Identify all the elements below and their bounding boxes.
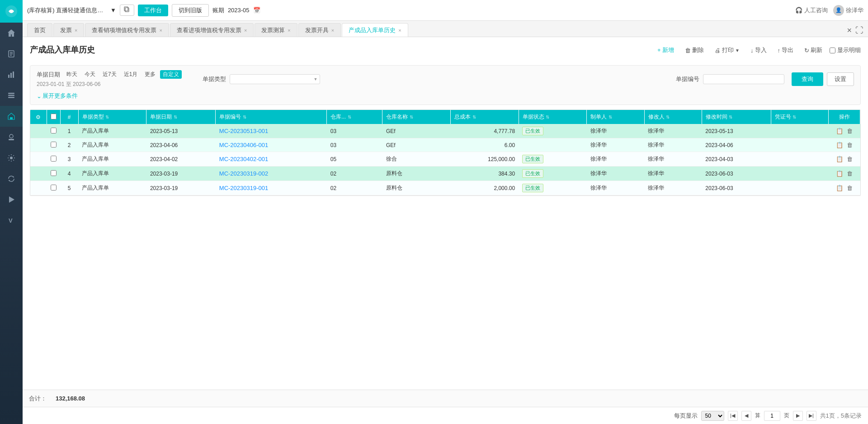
last-page-btn[interactable]: ▶| (807, 411, 816, 421)
tab-purchase-vat-close[interactable]: × (244, 28, 247, 33)
th-settings[interactable]: ⚙ (30, 110, 47, 124)
tab-close-all-btn[interactable]: × (847, 26, 852, 35)
tab-invoice-calc-close[interactable]: × (288, 28, 290, 33)
row-edit-icon-3[interactable]: 📋 (836, 170, 843, 177)
shortcut-1month[interactable]: 近1月 (121, 70, 141, 79)
refresh-button[interactable]: ↻ 刷新 (801, 44, 826, 56)
sidebar-item-list[interactable] (0, 85, 23, 106)
tab-home[interactable]: 首页 (27, 23, 52, 37)
row-checkbox-0[interactable] (47, 124, 60, 138)
show-detail-checkbox-wrap[interactable]: 显示明细 (830, 46, 861, 54)
th-type[interactable]: 单据类型 ⇅ (78, 110, 146, 124)
sidebar-item-chart[interactable] (0, 64, 23, 85)
row-wname-3: 原料仓 (382, 167, 451, 181)
row-delete-icon-0[interactable]: 🗑 (847, 128, 853, 134)
sidebar-item-play[interactable] (0, 189, 23, 210)
th-total-cost[interactable]: 总成本 ⇅ (451, 110, 519, 124)
row-number-link-2[interactable]: MC-20230402-001 (219, 156, 268, 162)
row-number-4[interactable]: MC-20230319-001 (216, 181, 327, 195)
row-number-link-1[interactable]: MC-20230406-001 (219, 142, 268, 148)
row-number-0[interactable]: MC-20230513-001 (216, 124, 327, 138)
row-delete-icon-1[interactable]: 🗑 (847, 142, 853, 148)
copy-icon-btn[interactable] (120, 5, 134, 16)
sidebar-item-warehouse[interactable] (0, 106, 23, 127)
tab-sales-vat-close[interactable]: × (159, 28, 162, 33)
user-menu[interactable]: 👤 徐泽华 (833, 5, 863, 16)
th-warehouse-name[interactable]: 仓库名称 ⇅ (382, 110, 451, 124)
row-checkbox-1[interactable] (47, 138, 60, 152)
expand-filter-btn[interactable]: ⌄ 展开更多条件 (37, 92, 78, 100)
row-checkbox-3[interactable] (47, 167, 60, 181)
row-number-link-4[interactable]: MC-20230319-001 (219, 185, 268, 191)
help-button[interactable]: 🎧 人工咨询 (795, 6, 828, 14)
row-number-link-3[interactable]: MC-20230319-002 (219, 170, 268, 177)
tab-purchase-vat[interactable]: 查看进项增值税专用发票 × (170, 23, 254, 37)
shortcut-yesterday[interactable]: 昨天 (64, 70, 80, 79)
shortcut-custom[interactable]: 自定义 (160, 70, 182, 79)
row-number-link-0[interactable]: MC-20230513-001 (219, 128, 268, 134)
set-button[interactable]: 设置 (827, 72, 854, 86)
tab-expand-btn[interactable]: ⛶ (855, 26, 863, 35)
delete-button[interactable]: 🗑 删除 (681, 44, 708, 56)
sidebar-item-stamp[interactable] (0, 127, 23, 148)
page-number-input[interactable] (764, 411, 780, 421)
tab-invoice-calc[interactable]: 发票测算 × (255, 23, 297, 37)
shortcut-more[interactable]: 更多 (142, 70, 158, 79)
tab-invoice[interactable]: 发票 × (53, 23, 84, 37)
shortcut-today[interactable]: 今天 (82, 70, 98, 79)
row-number-2[interactable]: MC-20230402-001 (216, 152, 327, 167)
th-status[interactable]: 单据状态 ⇅ (519, 110, 587, 124)
period-selector[interactable]: 账期 2023-05 📅 (212, 6, 260, 14)
shortcut-7days[interactable]: 近7天 (100, 70, 119, 79)
row-number-1[interactable]: MC-20230406-001 (216, 138, 327, 152)
sidebar-item-settings[interactable] (0, 148, 23, 168)
sidebar-item-refresh[interactable] (0, 168, 23, 189)
row-delete-icon-4[interactable]: 🗑 (847, 185, 853, 191)
th-date[interactable]: 单据日期 ⇅ (146, 110, 216, 124)
prev-page-btn[interactable]: ◀ (741, 411, 751, 421)
query-button[interactable]: 查询 (792, 72, 823, 86)
company-dropdown-icon[interactable]: ▼ (110, 7, 116, 14)
row-checkbox-2[interactable] (47, 152, 60, 167)
row-delete-icon-3[interactable]: 🗑 (847, 170, 853, 177)
th-creator[interactable]: 制单人 ⇅ (587, 110, 644, 124)
th-warehouse-code[interactable]: 仓库... ⇅ (327, 110, 382, 124)
show-detail-checkbox[interactable] (830, 48, 835, 53)
th-modifier[interactable]: 修改人 ⇅ (644, 110, 702, 124)
filter-number-input[interactable] (703, 74, 784, 84)
sidebar-item-v[interactable]: V (0, 210, 23, 231)
row-delete-icon-2[interactable]: 🗑 (847, 156, 853, 162)
row-number-3[interactable]: MC-20230319-002 (216, 167, 327, 181)
row-checkbox-4[interactable] (47, 181, 60, 195)
tab-invoice-close[interactable]: × (75, 28, 77, 33)
sidebar-item-invoice[interactable] (0, 43, 23, 64)
next-page-btn[interactable]: ▶ (793, 411, 803, 421)
company-selector[interactable]: (库存核算) 直播轻捷通信息技术股份... ▼ (27, 6, 116, 14)
workbench-button[interactable]: 工作台 (138, 5, 168, 16)
switch-version-button[interactable]: 切到旧版 (172, 4, 209, 17)
th-number[interactable]: 单据编号 ⇅ (216, 110, 327, 124)
row-edit-icon-4[interactable]: 📋 (836, 185, 843, 191)
row-edit-icon-2[interactable]: 📋 (836, 156, 843, 162)
th-voucher[interactable]: 凭证号 ⇅ (771, 110, 828, 124)
sidebar-item-home[interactable] (0, 23, 23, 43)
row-edit-icon-0[interactable]: 📋 (836, 128, 843, 134)
select-all-checkbox[interactable] (51, 114, 57, 119)
th-modify-time[interactable]: 修改时间 ⇅ (702, 110, 771, 124)
th-checkbox[interactable] (47, 110, 60, 124)
new-button[interactable]: + 新增 (654, 44, 678, 56)
tab-product-inbound-close[interactable]: × (398, 28, 401, 33)
print-dropdown-icon[interactable]: ▼ (735, 48, 740, 53)
tab-invoice-issue[interactable]: 发票开具 × (298, 23, 341, 37)
filter-type-select[interactable]: 产品入库单 (230, 74, 320, 84)
calendar-icon[interactable]: 📅 (253, 7, 260, 14)
tab-invoice-issue-close[interactable]: × (331, 28, 334, 33)
import-button[interactable]: ↓ 导入 (747, 44, 770, 56)
page-size-select[interactable]: 20 50 100 (701, 411, 724, 421)
first-page-btn[interactable]: |◀ (728, 411, 738, 421)
tab-sales-vat[interactable]: 查看销项增值税专用发票 × (85, 23, 169, 37)
row-edit-icon-1[interactable]: 📋 (836, 142, 843, 148)
export-button[interactable]: ↑ 导出 (774, 44, 797, 56)
tab-product-inbound[interactable]: 产成品入库单历史 × (342, 23, 408, 37)
print-button[interactable]: 🖨 打印 ▼ (711, 44, 743, 56)
